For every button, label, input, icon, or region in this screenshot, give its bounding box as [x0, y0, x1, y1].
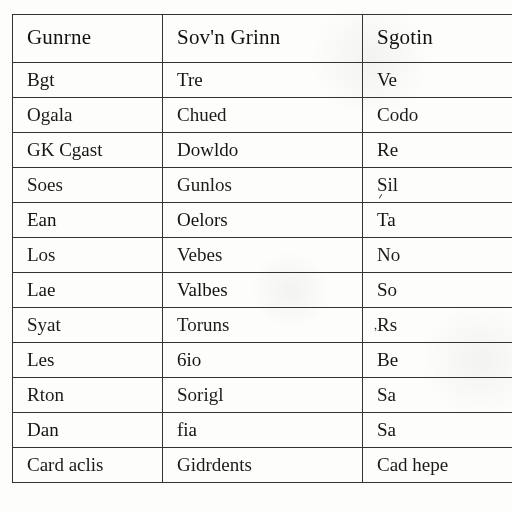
cell: Re: [363, 133, 513, 168]
cell: Tre: [163, 63, 363, 98]
cell: Card aclis: [13, 448, 163, 483]
table-row: Los Vebes No: [13, 238, 513, 273]
cell: Ve: [363, 63, 513, 98]
table-row: Ogala Chued Codo: [13, 98, 513, 133]
cell: Rton: [13, 378, 163, 413]
cell: Los: [13, 238, 163, 273]
cell: Lae: [13, 273, 163, 308]
cell: Sil: [363, 168, 513, 203]
cell: No: [363, 238, 513, 273]
table-row: Soes Gunlos Sil: [13, 168, 513, 203]
col-header-3: Sgotin: [363, 15, 513, 63]
cell: Dan: [13, 413, 163, 448]
cell: Valbes: [163, 273, 363, 308]
word-table: Gunrne Sov'n Grinn Sgotin Bgt Tre Ve Oga…: [12, 14, 512, 483]
cell: Codo: [363, 98, 513, 133]
cell: Ean: [13, 203, 163, 238]
cell: Bgt: [13, 63, 163, 98]
table-row: Card aclis Gidrdents Cad hepe: [13, 448, 513, 483]
cell: Syat: [13, 308, 163, 343]
cell: Dowldo: [163, 133, 363, 168]
table-row: Bgt Tre Ve: [13, 63, 513, 98]
cell: Gidrdents: [163, 448, 363, 483]
cell: Vebes: [163, 238, 363, 273]
cell: fia: [163, 413, 363, 448]
cell: Soes: [13, 168, 163, 203]
cell: Oelors: [163, 203, 363, 238]
cell: Sorigl: [163, 378, 363, 413]
table-row: Ean Oelors Ta: [13, 203, 513, 238]
table-row: Dan fia Sa: [13, 413, 513, 448]
cell: Ta: [363, 203, 513, 238]
col-header-2: Sov'n Grinn: [163, 15, 363, 63]
col-header-1: Gunrne: [13, 15, 163, 63]
cell: Gunlos: [163, 168, 363, 203]
table-row: Lae Valbes So: [13, 273, 513, 308]
cell: Be: [363, 343, 513, 378]
cell: So: [363, 273, 513, 308]
cell: Les: [13, 343, 163, 378]
cell: Sa: [363, 378, 513, 413]
table-row: Syat Toruns Rs: [13, 308, 513, 343]
cell: Rs: [363, 308, 513, 343]
table-body: Bgt Tre Ve Ogala Chued Codo GK Cgast Dow…: [13, 63, 513, 483]
table-header-row: Gunrne Sov'n Grinn Sgotin: [13, 15, 513, 63]
cell: Chued: [163, 98, 363, 133]
cell: GK Cgast: [13, 133, 163, 168]
document-page: ᐟ ‚ Gunrne Sov'n Grinn Sgotin Bgt Tre Ve…: [0, 0, 512, 512]
table-row: GK Cgast Dowldo Re: [13, 133, 513, 168]
cell: Cad hepe: [363, 448, 513, 483]
cell: 6io: [163, 343, 363, 378]
cell: Sa: [363, 413, 513, 448]
cell: Toruns: [163, 308, 363, 343]
table-row: Rton Sorigl Sa: [13, 378, 513, 413]
cell: Ogala: [13, 98, 163, 133]
table-row: Les 6io Be: [13, 343, 513, 378]
